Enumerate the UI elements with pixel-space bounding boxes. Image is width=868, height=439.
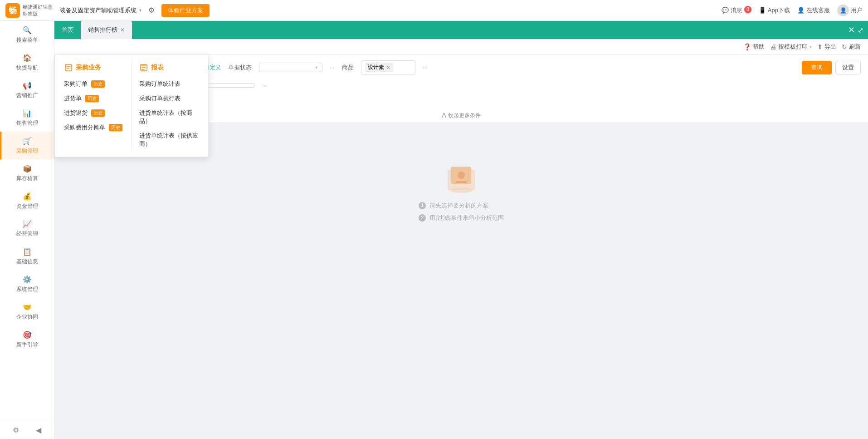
message-label: 消息 [731, 6, 742, 15]
sidebar-item-label: 经营管理 [16, 230, 38, 238]
dropdown-col-purchase-title: 采购业务 [59, 60, 130, 75]
dropdown-col-purchase-label: 采购业务 [76, 64, 101, 72]
industry-button[interactable]: 体验行业方案 [161, 4, 210, 17]
service-icon: 👤 [797, 7, 805, 14]
header-middle: 装备及固定资产辅助管理系统 ▾ ⚙ 体验行业方案 [60, 4, 722, 17]
marketing-icon: 📢 [23, 81, 32, 90]
empty-hint2: 用[过滤]条件来缩小分析范围 [429, 212, 503, 223]
dropdown-item-purchase-exec[interactable]: 采购订单执行表 [134, 91, 205, 106]
dropdown-item-purchase-stats[interactable]: 采购订单统计表 [134, 77, 205, 91]
svg-point-4 [450, 187, 473, 193]
status-select[interactable]: ▾ [259, 63, 322, 72]
sidebar-settings-icon[interactable]: ⚙ [13, 426, 19, 434]
dropdown-item-receive-goods[interactable]: 进货单统计表（按商品） [134, 106, 205, 128]
dropdown-cols: 采购业务 采购订单 历史 进货单 历史 进货退货 历史 采购费用分摊单 历史 [55, 60, 208, 151]
sidebar-item-guide[interactable]: 🎯 新手引导 [0, 326, 54, 353]
message-button[interactable]: 💬 消息 8 [722, 6, 751, 15]
tab-right-buttons: ✕ ⤢ [848, 25, 868, 35]
sidebar-item-label: 系统管理 [16, 286, 38, 293]
inventory-icon: 📦 [23, 164, 32, 173]
sidebar-item-label: 新手引导 [16, 341, 38, 349]
top-header: 畅 畅捷通好生意 标准版 装备及固定资产辅助管理系统 ▾ ⚙ 体验行业方案 💬 … [0, 0, 868, 21]
tab-sales-ranking-label: 销售排行榜 [88, 26, 117, 34]
user-button[interactable]: 👤 用户 [837, 5, 863, 16]
online-service-label: 在线客服 [806, 6, 830, 15]
tab-close-window-icon[interactable]: ✕ [848, 25, 855, 35]
empty-text: 1 请先选择要分析的方案 2 用[过滤]条件来缩小分析范围 [419, 200, 503, 223]
goods-more-dots[interactable]: ··· [423, 64, 428, 71]
tab-maximize-icon[interactable]: ⤢ [858, 26, 863, 35]
export-button[interactable]: ⬆ 导出 [817, 43, 836, 51]
dropdown-item-receive-supplier[interactable]: 进货单统计表（按供应商） [134, 128, 205, 151]
dropdown-col-purchase: 采购业务 采购订单 历史 进货单 历史 进货退货 历史 采购费用分摊单 历史 [59, 60, 130, 151]
goods-tag-text: 设计素 [368, 64, 384, 71]
query-button[interactable]: 查询 [802, 61, 832, 74]
sidebar-item-inventory[interactable]: 📦 库存核算 [0, 159, 54, 187]
help-icon: ❓ [743, 43, 751, 50]
status-label: 单据状态 [228, 64, 252, 72]
toolbar-row: ❓ 帮助 🖨 按模板打印 ▾ ⬆ 导出 ↻ 刷新 [54, 39, 868, 55]
sales-icon: 📊 [23, 109, 32, 118]
collapse-up-icon: ⋀ [442, 112, 446, 119]
sidebar-collapse-icon[interactable]: ◀ [36, 426, 41, 434]
sidebar-item-label: 采购管理 [16, 147, 38, 155]
sidebar-item-marketing[interactable]: 📢 营销推广 [0, 76, 54, 104]
tab-home[interactable]: 首页 [54, 21, 81, 39]
tab-sales-ranking[interactable]: 销售排行榜 ✕ [81, 21, 132, 39]
tab-bar: 首页 销售排行榜 ✕ ✕ ⤢ [54, 21, 868, 39]
sidebar-item-search[interactable]: 🔍 搜索菜单 [0, 21, 54, 49]
export-label: 导出 [824, 43, 836, 51]
dropdown-item-purchase-order[interactable]: 采购订单 历史 [59, 77, 130, 91]
history-badge: 历史 [109, 124, 122, 131]
settings-icon[interactable]: ⚙ [146, 5, 157, 16]
sidebar-item-label: 基础信息 [16, 258, 38, 266]
dropdown-divider [132, 60, 132, 151]
sidebar-item-operations[interactable]: 📈 经营管理 [0, 215, 54, 242]
status-more-dots[interactable]: ··· [330, 64, 335, 71]
print-label: 按模板打印 [778, 43, 808, 51]
basic-icon: 📋 [23, 247, 32, 256]
dropdown-item-return[interactable]: 进货退货 历史 [59, 106, 130, 120]
refresh-button[interactable]: ↻ 刷新 [842, 43, 861, 51]
receive-label: 进货单 [64, 94, 82, 103]
sidebar-item-label: 搜索菜单 [16, 36, 38, 44]
history-badge: 历史 [85, 95, 99, 102]
tab-home-label: 首页 [62, 26, 73, 34]
dropdown-purchase-menu: 采购业务 采购订单 历史 进货单 历史 进货退货 历史 采购费用分摊单 历史 [54, 54, 209, 157]
dropdown-item-receive[interactable]: 进货单 历史 [59, 91, 130, 106]
help-button[interactable]: ❓ 帮助 [743, 43, 765, 51]
dropdown-item-expense[interactable]: 采购费用分摊单 历史 [59, 120, 130, 135]
header-right: 💬 消息 8 📱 App下载 👤 在线客服 👤 用户 [722, 5, 863, 16]
logo-text: 畅捷通好生意 标准版 [23, 4, 53, 17]
sidebar-item-label: 营销推广 [16, 92, 38, 99]
return-label: 进货退货 [64, 109, 88, 117]
sidebar-item-basic[interactable]: 📋 基础信息 [0, 242, 54, 270]
app-download-button[interactable]: 📱 App下载 [759, 6, 790, 15]
print-dropdown-icon[interactable]: ▾ [809, 44, 812, 49]
chevron-down-icon[interactable]: ▾ [139, 8, 141, 13]
search-icon: 🔍 [23, 25, 32, 35]
sidebar-item-label: 销售管理 [16, 119, 38, 127]
system-icon: ⚙️ [23, 275, 32, 284]
sidebar-item-nav[interactable]: 🏠 快捷导航 [0, 49, 54, 76]
sidebar-item-collaboration[interactable]: 🤝 企业协同 [0, 298, 54, 326]
history-badge: 历史 [91, 109, 105, 117]
settings-button[interactable]: 设置 [835, 61, 861, 74]
salesperson-more-dots[interactable]: ··· [262, 82, 267, 89]
sidebar-bottom: ⚙ ◀ [0, 421, 54, 439]
online-service-button[interactable]: 👤 在线客服 [797, 6, 830, 15]
sidebar-item-sales[interactable]: 📊 销售管理 [0, 104, 54, 132]
purchase-exec-label: 采购订单执行表 [139, 94, 180, 103]
svg-rect-3 [456, 181, 467, 183]
goods-input[interactable]: 设计素 ✕ [361, 60, 415, 74]
print-button[interactable]: 🖨 按模板打印 ▾ [770, 43, 812, 51]
collab-icon: 🤝 [23, 302, 32, 311]
goods-tag-close-icon[interactable]: ✕ [386, 64, 390, 71]
tab-close-icon[interactable]: ✕ [120, 27, 125, 33]
sidebar-item-finance[interactable]: 💰 资金管理 [0, 187, 54, 215]
sidebar-item-system[interactable]: ⚙️ 系统管理 [0, 270, 54, 298]
sidebar-item-label: 资金管理 [16, 202, 38, 210]
collapse-label: 收起更多条件 [448, 112, 481, 119]
sidebar-item-purchase[interactable]: 🛒 采购管理 [0, 132, 54, 159]
logo-icon: 畅 [5, 3, 20, 18]
